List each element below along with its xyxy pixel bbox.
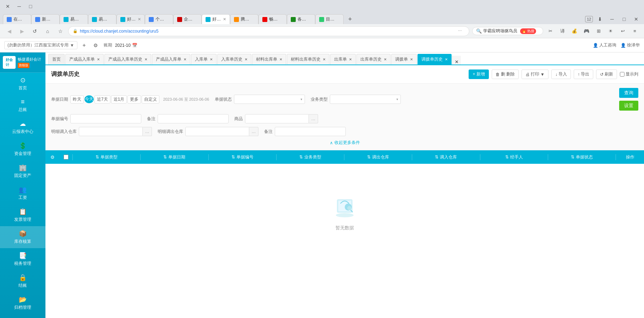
stock-out-history-close[interactable]: ✕ xyxy=(384,57,387,61)
print-btn[interactable]: 🖨 打印 ▼ xyxy=(522,69,549,79)
sidebar-item-invoice[interactable]: 📋 发票管理 xyxy=(0,204,45,226)
forward-btn[interactable]: ▶ xyxy=(17,26,27,36)
material-out-history-close[interactable]: ✕ xyxy=(323,57,326,61)
detail-from-input[interactable] xyxy=(79,127,143,136)
page-tab-material-out-history[interactable]: 材料出库单历史 ✕ xyxy=(287,54,329,65)
translate-btn[interactable]: 译 xyxy=(557,26,567,36)
page-tab-product-in2[interactable]: 产成品入库单 ✕ xyxy=(152,54,190,65)
sidebar-item-reports[interactable]: ☁ 云报表中心 xyxy=(0,116,45,138)
export-btn[interactable]: ↑ 导出 xyxy=(574,69,593,79)
collapse-btn[interactable]: ∧ 收起更多条件 xyxy=(51,140,638,146)
refresh-nav-btn[interactable]: ↺ xyxy=(30,26,40,36)
detail-to-dots-btn[interactable]: … xyxy=(249,127,258,136)
display-cols-input[interactable] xyxy=(620,72,624,77)
home-nav-btn[interactable]: ⌂ xyxy=(43,26,53,36)
tab-close-5[interactable]: ✕ xyxy=(138,17,141,22)
1month-btn[interactable]: 近1月 xyxy=(111,95,127,104)
browser-tab-3[interactable]: 易… xyxy=(60,14,88,24)
browser-tab-12[interactable]: 目… xyxy=(315,14,344,24)
page-tab-home[interactable]: 首页 xyxy=(48,54,65,65)
more-btn[interactable]: 更多 xyxy=(127,95,141,104)
browser-tab-5[interactable]: 好… ✕ xyxy=(116,14,145,24)
7days-btn[interactable]: 近7天 xyxy=(94,95,110,104)
browser-max-btn[interactable]: □ xyxy=(26,1,36,11)
browser-tab-9[interactable]: 腾… xyxy=(230,14,258,24)
note-input[interactable] xyxy=(275,127,346,136)
sidebar-item-close[interactable]: 🔒 结账 xyxy=(0,270,45,292)
page-tab-stock-out[interactable]: 出库单 ✕ xyxy=(330,54,356,65)
page-tab-stock-out-history[interactable]: 出库单历史 ✕ xyxy=(356,54,391,65)
game-btn[interactable]: 🎮 xyxy=(582,26,591,36)
new-tab-btn[interactable]: + xyxy=(345,14,355,24)
delete-btn[interactable]: 🗑 删 删除 xyxy=(492,69,519,79)
remarks-input[interactable] xyxy=(158,114,229,123)
display-cols-checkbox[interactable]: 显示列 xyxy=(620,71,638,77)
browser-tab-2[interactable]: 新… xyxy=(31,14,60,24)
back-btn[interactable]: ◀ xyxy=(4,26,14,36)
page-tab-material-out[interactable]: 材料出库单 ✕ xyxy=(252,54,286,65)
wallet-btn[interactable]: 💰 xyxy=(569,26,579,36)
product-in2-close[interactable]: ✕ xyxy=(184,57,186,61)
tab-count-btn[interactable]: 12 xyxy=(585,16,593,22)
page-tab-transfer-history[interactable]: 调拨单历史 ✕ xyxy=(417,54,452,65)
menu-btn[interactable]: ≡ xyxy=(630,26,640,36)
th-doc-type[interactable]: ⇅ 单据类型 xyxy=(72,154,140,160)
goods-dots-btn[interactable]: … xyxy=(309,114,318,123)
sidebar-item-tax[interactable]: 📑 税务管理 xyxy=(0,248,45,270)
download-btn[interactable]: ⬇ xyxy=(595,14,605,24)
period-value[interactable]: 2021-10 📅 xyxy=(115,43,137,48)
sidebar-item-home[interactable]: ⊙ 首页 xyxy=(0,73,45,95)
sidebar-item-capital[interactable]: 💲 资金管理 xyxy=(0,138,45,160)
browser-tab-8[interactable]: 好… ✕ xyxy=(202,14,230,24)
th-handler[interactable]: ⇅ 经手人 xyxy=(480,154,548,160)
sidebar-item-assets[interactable]: 🏢 固定资产 xyxy=(0,160,45,182)
th-doc-no[interactable]: ⇅ 单据编号 xyxy=(208,154,276,160)
filter-settings-btn[interactable]: 设置 xyxy=(619,101,638,111)
goods-input[interactable] xyxy=(245,114,309,123)
browser-tab-11[interactable]: 各… xyxy=(287,14,315,24)
sidebar-item-payroll[interactable]: 👥 工资 xyxy=(0,182,45,204)
grid-btn[interactable]: ⊞ xyxy=(594,26,604,36)
browser-close-btn[interactable]: ✕ xyxy=(3,1,13,11)
user-btn[interactable]: 👤 徐泽华 xyxy=(621,42,640,48)
detail-from-dots-btn[interactable]: … xyxy=(143,127,152,136)
th-settings[interactable]: ⚙ xyxy=(45,155,60,160)
page-tab-product-in-history[interactable]: 产成品入库单历史 ✕ xyxy=(104,54,151,65)
page-tab-stock-in[interactable]: 入库单 ✕ xyxy=(191,54,217,65)
bookmark-btn[interactable]: ☆ xyxy=(55,26,65,36)
stock-out-close[interactable]: ✕ xyxy=(349,57,352,61)
page-tab-stock-in-history[interactable]: 入库单历史 ✕ xyxy=(217,54,251,65)
select-all-checkbox[interactable] xyxy=(64,155,69,160)
transfer-close[interactable]: ✕ xyxy=(410,57,413,61)
address-bar[interactable]: 🔒 https://cloud.chanjet.com/accounting/u… xyxy=(68,26,469,36)
company-selector[interactable]: (勿删勿禁用）江西服宝测试专用 ▼ xyxy=(4,41,77,49)
yesterday-btn[interactable]: 昨天 xyxy=(70,95,84,104)
panel-close-btn[interactable]: ✕ xyxy=(452,56,461,65)
biz-type-select[interactable] xyxy=(330,95,401,104)
browser-tab-7[interactable]: 企… xyxy=(173,14,202,24)
import-btn[interactable]: ↓ 导入 xyxy=(551,69,571,79)
close-btn[interactable]: ✕ xyxy=(631,14,641,24)
product-in-close[interactable]: ✕ xyxy=(97,57,100,61)
add-company-btn[interactable]: + xyxy=(80,41,88,49)
product-in-history-close[interactable]: ✕ xyxy=(144,57,147,61)
browser-min-btn[interactable]: ─ xyxy=(14,1,24,11)
th-biz-type[interactable]: ⇅ 业务类型 xyxy=(276,154,344,160)
browser-tab-4[interactable]: 易… xyxy=(88,14,116,24)
new-btn[interactable]: + 新增 xyxy=(469,69,489,79)
material-out-close[interactable]: ✕ xyxy=(279,57,282,61)
query-btn[interactable]: 查询 xyxy=(619,88,638,98)
th-doc-status[interactable]: ⇅ 单据状态 xyxy=(548,154,616,160)
stock-in-history-close[interactable]: ✕ xyxy=(245,57,247,61)
docno-input[interactable] xyxy=(70,114,141,123)
sidebar-item-archive[interactable]: 📂 归档管理 xyxy=(0,292,45,314)
page-tab-product-in[interactable]: 产成品入库单 ✕ xyxy=(65,54,104,65)
status-select[interactable] xyxy=(234,95,305,104)
browser-tab-6[interactable]: 个… xyxy=(145,14,173,24)
th-checkbox[interactable] xyxy=(60,155,72,160)
refresh-btn[interactable]: ↺ 刷新 xyxy=(596,69,617,79)
minimize-btn[interactable]: ─ xyxy=(607,14,617,24)
stock-in-close[interactable]: ✕ xyxy=(210,57,213,61)
page-tab-transfer[interactable]: 调拨单 ✕ xyxy=(391,54,417,65)
sidebar-item-ledger[interactable]: ≡ 总账 xyxy=(0,95,45,116)
